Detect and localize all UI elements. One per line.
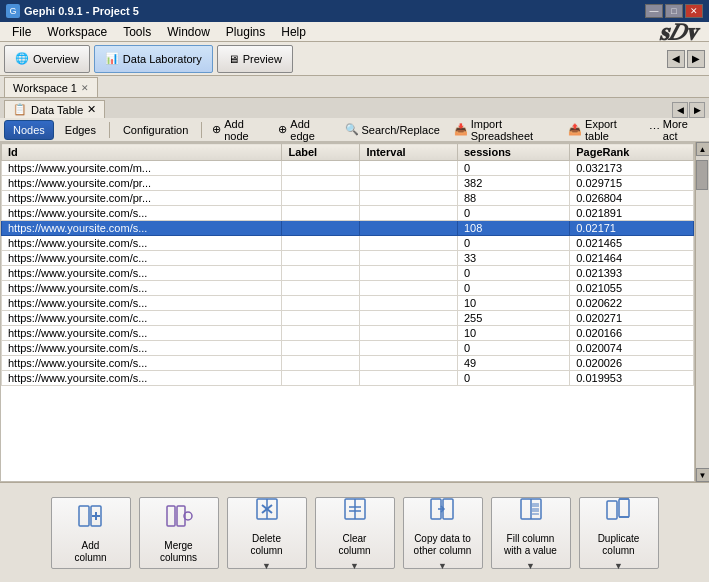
edges-label: Edges: [65, 124, 96, 136]
merge-columns-button[interactable]: Mergecolumns: [139, 497, 219, 569]
cell-11-0: https://www.yoursite.com/s...: [2, 326, 282, 341]
cell-0-2: [360, 161, 457, 176]
right-scrollbar[interactable]: ▲ ▼: [695, 142, 709, 482]
overview-button[interactable]: 🌐 Overview: [4, 45, 90, 73]
menu-plugins[interactable]: Plugins: [218, 22, 273, 41]
title-controls[interactable]: — □ ✕: [645, 4, 703, 18]
add-column-label: Addcolumn: [74, 540, 106, 564]
panel-nav-left[interactable]: ◀: [672, 102, 688, 118]
menu-window[interactable]: Window: [159, 22, 218, 41]
edges-tab[interactable]: Edges: [56, 120, 105, 140]
configuration-tab[interactable]: Configuration: [114, 120, 197, 140]
table-row[interactable]: https://www.yoursite.com/s...490.020026: [2, 356, 694, 371]
table-row[interactable]: https://www.yoursite.com/s...00.021891: [2, 206, 694, 221]
cell-4-1: [282, 221, 360, 236]
search-icon: 🔍: [345, 123, 359, 136]
menu-tools[interactable]: Tools: [115, 22, 159, 41]
add-column-button[interactable]: Addcolumn: [51, 497, 131, 569]
more-label: More act: [663, 118, 699, 142]
table-row[interactable]: https://www.yoursite.com/s...100.020166: [2, 326, 694, 341]
toolbar-nav-left[interactable]: ◀: [667, 50, 685, 68]
cell-5-0: https://www.yoursite.com/s...: [2, 236, 282, 251]
cell-13-0: https://www.yoursite.com/s...: [2, 356, 282, 371]
col-id: Id: [2, 144, 282, 161]
svg-rect-22: [607, 501, 617, 519]
table-row[interactable]: https://www.yoursite.com/s...00.021465: [2, 236, 694, 251]
cell-12-4: 0.020074: [570, 341, 694, 356]
menu-workspace[interactable]: Workspace: [39, 22, 115, 41]
menu-file[interactable]: File: [4, 22, 39, 41]
cell-13-2: [360, 356, 457, 371]
cell-13-1: [282, 356, 360, 371]
table-header-row: Id Label Interval sessions PageRank: [2, 144, 694, 161]
panel-tab-close[interactable]: ✕: [87, 103, 96, 116]
cell-9-1: [282, 296, 360, 311]
more-icon: ⋯: [649, 123, 660, 136]
export-table-button[interactable]: 📤 Export table: [562, 120, 641, 140]
scrollbar-down[interactable]: ▼: [696, 468, 710, 482]
table-row[interactable]: https://www.yoursite.com/s...00.019953: [2, 371, 694, 386]
toolbar-nav-right[interactable]: ▶: [687, 50, 705, 68]
copy-data-button[interactable]: Copy data toother column ▼: [403, 497, 483, 569]
table-row[interactable]: https://www.yoursite.com/pr...880.026804: [2, 191, 694, 206]
close-button[interactable]: ✕: [685, 4, 703, 18]
table-row[interactable]: https://www.yoursite.com/pr...3820.02971…: [2, 176, 694, 191]
nodes-tab[interactable]: Nodes: [4, 120, 54, 140]
cell-1-3: 382: [457, 176, 569, 191]
data-table-tab[interactable]: 📋 Data Table ✕: [4, 100, 105, 118]
add-edge-button[interactable]: ⊕ Add edge: [272, 120, 336, 140]
delete-column-button[interactable]: Deletecolumn ▼: [227, 497, 307, 569]
cell-11-2: [360, 326, 457, 341]
cell-10-0: https://www.yoursite.com/c...: [2, 311, 282, 326]
table-row[interactable]: https://www.yoursite.com/s...00.021055: [2, 281, 694, 296]
workspace-tab-close[interactable]: ✕: [81, 83, 89, 93]
panel-nav-right[interactable]: ▶: [689, 102, 705, 118]
import-label: Import Spreadsheet: [471, 118, 554, 142]
svg-rect-20: [532, 508, 539, 512]
nodes-label: Nodes: [13, 124, 45, 136]
data-table-container[interactable]: Id Label Interval sessions PageRank http…: [0, 142, 695, 482]
add-node-button[interactable]: ⊕ Add node: [206, 120, 270, 140]
more-actions-button[interactable]: ⋯ More act: [643, 120, 705, 140]
duplicate-column-button[interactable]: Duplicatecolumn ▼: [579, 497, 659, 569]
table-row[interactable]: https://www.yoursite.com/s...1080.02171: [2, 221, 694, 236]
cell-3-4: 0.021891: [570, 206, 694, 221]
cell-9-2: [360, 296, 457, 311]
minimize-button[interactable]: —: [645, 4, 663, 18]
cell-11-3: 10: [457, 326, 569, 341]
table-row[interactable]: https://www.yoursite.com/s...00.021393: [2, 266, 694, 281]
scrollbar-thumb[interactable]: [696, 160, 708, 190]
search-replace-button[interactable]: 🔍 Search/Replace: [339, 120, 446, 140]
maximize-button[interactable]: □: [665, 4, 683, 18]
menu-help[interactable]: Help: [273, 22, 314, 41]
cell-1-0: https://www.yoursite.com/pr...: [2, 176, 282, 191]
copy-data-arrow: ▼: [438, 561, 447, 571]
cell-0-4: 0.032173: [570, 161, 694, 176]
data-lab-label: Data Laboratory: [123, 53, 202, 65]
workspace-tab[interactable]: Workspace 1 ✕: [4, 77, 98, 97]
data-laboratory-button[interactable]: 📊 Data Laboratory: [94, 45, 213, 73]
preview-button[interactable]: 🖥 Preview: [217, 45, 293, 73]
cell-6-3: 33: [457, 251, 569, 266]
cell-0-0: https://www.yoursite.com/m...: [2, 161, 282, 176]
cell-2-3: 88: [457, 191, 569, 206]
table-row[interactable]: https://www.yoursite.com/s...100.020622: [2, 296, 694, 311]
table-row[interactable]: https://www.yoursite.com/m...00.032173: [2, 161, 694, 176]
cell-9-4: 0.020622: [570, 296, 694, 311]
fill-column-button[interactable]: Fill columnwith a value ▼: [491, 497, 571, 569]
scrollbar-up[interactable]: ▲: [696, 142, 710, 156]
table-row[interactable]: https://www.yoursite.com/c...2550.020271: [2, 311, 694, 326]
cell-10-2: [360, 311, 457, 326]
table-row[interactable]: https://www.yoursite.com/c...330.021464: [2, 251, 694, 266]
merge-columns-icon: [165, 502, 193, 536]
clear-column-label: Clearcolumn: [338, 533, 370, 557]
add-column-icon: [77, 502, 105, 536]
panel-tab-bar: 📋 Data Table ✕ ◀ ▶: [0, 98, 709, 118]
panel-nav: ◀ ▶: [672, 102, 705, 118]
import-spreadsheet-button[interactable]: 📥 Import Spreadsheet: [448, 120, 560, 140]
clear-column-button[interactable]: Clearcolumn ▼: [315, 497, 395, 569]
table-row[interactable]: https://www.yoursite.com/s...00.020074: [2, 341, 694, 356]
overview-icon: 🌐: [15, 52, 29, 65]
import-icon: 📥: [454, 123, 468, 136]
cell-4-4: 0.02171: [570, 221, 694, 236]
